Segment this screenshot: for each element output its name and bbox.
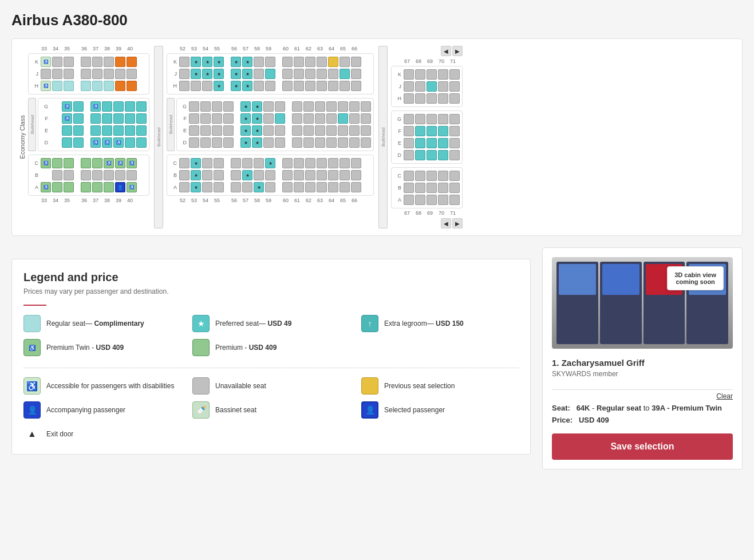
seat[interactable] [427,93,437,104]
seat[interactable] [81,158,91,168]
seat[interactable]: ★ [242,170,252,180]
seat[interactable] [64,170,74,180]
seat[interactable]: ★ [202,69,212,79]
seat[interactable] [404,195,414,205]
seat[interactable] [328,69,338,79]
seat[interactable] [231,182,241,192]
seat[interactable]: ★ [252,101,262,112]
seat[interactable] [102,113,112,124]
seat[interactable] [92,170,102,180]
seat[interactable] [189,101,199,112]
seat[interactable] [328,81,338,91]
seat[interactable]: ♿ [90,137,101,148]
seat[interactable] [438,183,448,193]
seat[interactable] [415,126,425,136]
seat[interactable] [449,138,460,148]
seat[interactable] [254,81,264,91]
seat[interactable] [127,57,137,67]
seat[interactable] [263,137,274,148]
seat[interactable] [303,125,314,136]
seat[interactable] [292,113,302,124]
seat[interactable] [214,170,224,180]
seat[interactable]: ♿ [115,158,125,168]
seat[interactable] [223,137,234,148]
seat[interactable] [449,126,460,136]
seat[interactable] [340,69,350,79]
seat[interactable]: ★ [240,101,251,112]
seat[interactable] [104,81,114,91]
seat[interactable] [115,69,125,79]
seat[interactable] [317,158,327,168]
seat[interactable] [231,170,241,180]
scroll-left-arrow[interactable]: ◀ [441,46,451,56]
seat[interactable]: ★ [214,81,224,91]
seat[interactable] [113,101,124,112]
seat[interactable] [427,183,437,193]
seat[interactable] [315,125,325,136]
seat[interactable] [179,81,190,91]
seat[interactable] [305,170,315,180]
seat[interactable] [415,150,425,160]
seat[interactable]: ♿ [62,113,72,124]
seat[interactable] [427,69,437,80]
seat[interactable] [282,57,293,67]
seat[interactable] [81,170,91,180]
seat[interactable] [361,137,371,148]
seat[interactable] [427,126,437,136]
seat[interactable] [223,101,234,112]
seat[interactable] [317,81,327,91]
seat[interactable] [449,114,460,124]
seat[interactable]: ♿ [127,182,137,192]
seat[interactable] [265,182,275,192]
seat[interactable] [404,150,414,160]
seat[interactable] [136,137,147,148]
seat[interactable] [294,158,304,168]
seat[interactable] [127,170,137,180]
seat[interactable]: ★ [191,170,201,180]
seat[interactable] [115,57,125,67]
seat[interactable] [104,57,114,67]
seat[interactable] [349,137,360,148]
seat[interactable] [73,125,84,136]
seat[interactable] [292,101,302,112]
seat[interactable] [265,57,275,67]
seat[interactable]: ♿ [104,158,114,168]
seat[interactable]: ★ [242,69,252,79]
seat[interactable] [179,69,190,79]
seat[interactable] [263,101,274,112]
seat[interactable] [189,113,199,124]
seat[interactable]: ♿ [113,137,124,148]
seat[interactable] [212,125,222,136]
seat[interactable] [92,182,102,192]
seat[interactable] [415,183,425,193]
seat[interactable] [438,69,448,80]
seat[interactable] [340,182,350,192]
seat[interactable] [340,57,350,67]
seat[interactable] [351,81,361,91]
seat[interactable] [294,69,304,79]
seat[interactable] [62,125,72,136]
seat[interactable]: ★ [242,81,252,91]
seat[interactable] [92,158,102,168]
seat[interactable] [200,101,211,112]
seat[interactable] [265,170,275,180]
seat[interactable] [294,182,304,192]
seat[interactable] [338,137,348,148]
seat[interactable] [404,171,414,181]
seat[interactable] [349,125,360,136]
seat[interactable] [64,81,74,91]
seat[interactable] [265,81,275,91]
seat[interactable] [179,158,190,168]
seat[interactable] [449,171,460,181]
seat[interactable] [361,101,371,112]
seat[interactable]: ♿ [102,137,112,148]
seat[interactable] [415,171,425,181]
seat[interactable] [212,137,222,148]
seat[interactable] [52,158,62,168]
seat[interactable] [282,69,293,79]
seat[interactable] [212,113,222,124]
seat[interactable] [202,81,212,91]
seat[interactable]: ★ [265,158,275,168]
seat[interactable] [449,69,460,80]
seat[interactable] [254,170,264,180]
